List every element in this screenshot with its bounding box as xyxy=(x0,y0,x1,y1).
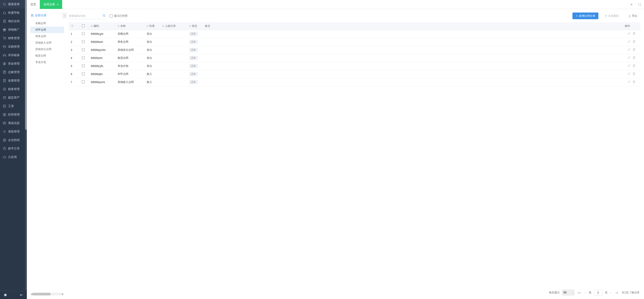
sidebar-item-8[interactable]: 总账管理 xyxy=(0,68,27,76)
asset-icon xyxy=(3,96,6,99)
row-checkbox[interactable] xyxy=(82,32,85,35)
sidebar-item-5[interactable]: 采购管理 xyxy=(0,42,27,51)
tree-item-4[interactable]: 其他支出合同 xyxy=(30,46,64,52)
sidebar-item-0[interactable]: 搜索菜单 xyxy=(0,0,27,8)
sidebar-item-7[interactable]: 资金管理 xyxy=(0,59,27,68)
row-checkbox[interactable] xyxy=(82,80,85,83)
collapse-tree-button[interactable]: « xyxy=(62,13,67,18)
sidebar-item-9[interactable]: 发票管理 xyxy=(0,76,27,85)
delete-button[interactable] xyxy=(632,40,636,44)
table-settings-header[interactable] xyxy=(68,22,80,30)
select-all-checkbox[interactable] xyxy=(82,24,85,27)
row-checkbox[interactable] xyxy=(82,72,85,75)
sidebar-item-10[interactable]: 税务管理 xyxy=(0,85,27,93)
export-button[interactable]: 导出 xyxy=(625,12,640,19)
delete-button[interactable] xyxy=(632,32,636,36)
volume-icon[interactable] xyxy=(20,293,23,297)
row-index: 4 xyxy=(68,54,80,62)
edit-button[interactable] xyxy=(628,32,630,36)
header-name[interactable]: 名称 xyxy=(116,22,144,30)
search-input[interactable] xyxy=(68,12,106,19)
tree-item-3[interactable]: 其他收入合同 xyxy=(30,39,64,46)
edit-button[interactable] xyxy=(628,64,630,68)
scroll-right-icon[interactable]: ▶ xyxy=(61,293,64,296)
sidebar-item-1[interactable]: 快捷导航 xyxy=(0,8,27,17)
tree-item-0[interactable]: 采购合同 xyxy=(30,20,64,26)
sort-icon[interactable] xyxy=(162,25,164,27)
row-checkbox[interactable] xyxy=(82,48,85,51)
sidebar-item-12[interactable]: 工资 xyxy=(0,102,27,110)
header-parent[interactable]: 上级分类 xyxy=(160,22,187,30)
next-page-button[interactable]: › xyxy=(610,291,612,294)
tree-hscroll-thumb[interactable] xyxy=(33,293,50,296)
sidebar-scrollbar[interactable] xyxy=(25,0,27,290)
edit-button[interactable] xyxy=(628,56,630,60)
sidebar-item-15[interactable]: 系统管理 xyxy=(0,127,27,136)
show-disabled-input[interactable] xyxy=(110,14,113,17)
header-code[interactable]: 编码 xyxy=(88,22,116,30)
delete-button[interactable] xyxy=(632,48,636,52)
close-icon[interactable]: × xyxy=(57,3,58,6)
cell-parent xyxy=(160,62,187,70)
sidebar-item-17[interactable]: 新手引导 xyxy=(0,144,27,153)
row-checkbox[interactable] xyxy=(82,40,85,43)
row-checkbox[interactable] xyxy=(82,64,85,67)
svg-rect-13 xyxy=(3,122,6,124)
delete-button[interactable] xyxy=(632,80,636,84)
last-page-button[interactable]: ⏭ xyxy=(615,291,620,294)
per-page-select[interactable]: 50 xyxy=(562,290,574,296)
cell-remark xyxy=(202,30,622,38)
edit-button[interactable] xyxy=(628,80,630,84)
tree-item-6[interactable]: 专业分包 xyxy=(30,59,64,65)
sort-icon[interactable] xyxy=(91,25,92,27)
status-badge: 正常 xyxy=(189,64,198,68)
delete-button[interactable] xyxy=(632,64,636,68)
sidebar-item-3[interactable]: 营销推广 xyxy=(0,25,27,34)
sidebar-item-18[interactable]: 云应用 xyxy=(0,153,27,161)
sidebar-item-2[interactable]: 项目合同 xyxy=(0,17,27,25)
svg-rect-19 xyxy=(32,14,33,15)
sidebar-item-label: 税务管理 xyxy=(8,87,20,91)
sort-icon[interactable] xyxy=(147,25,148,27)
batch-delete-button[interactable]: 批量删除 xyxy=(602,12,622,19)
fullscreen-button[interactable] xyxy=(636,1,643,8)
tree-item-1[interactable]: 对甲合同 xyxy=(30,26,64,33)
sidebar-item-11[interactable]: 固定资产 xyxy=(0,93,27,102)
edit-button[interactable] xyxy=(628,40,630,44)
header-nature[interactable]: 性质 xyxy=(144,22,160,30)
tree-item-5[interactable]: 租赁合同 xyxy=(30,52,64,59)
tab-contract-category[interactable]: 合同分类 × xyxy=(40,0,62,9)
sidebar-scroll-thumb[interactable] xyxy=(25,0,27,130)
header-remark: 备注 xyxy=(202,22,622,30)
tree-header[interactable]: 全部分类 xyxy=(30,12,64,20)
edit-button[interactable] xyxy=(628,72,630,76)
select-all-header[interactable] xyxy=(80,22,88,30)
cell-code: 99999lwht xyxy=(88,38,116,46)
delete-button[interactable] xyxy=(632,72,636,76)
add-category-button[interactable]: 新增合同分类 xyxy=(572,12,598,19)
table-row: 799999qtsrht其他收入合同收入正常 xyxy=(68,78,640,86)
sidebar-item-6[interactable]: 库存核算 xyxy=(0,51,27,59)
sidebar-item-16[interactable]: 企业协同 xyxy=(0,136,27,144)
first-page-button[interactable]: ⏮ xyxy=(577,291,582,294)
show-disabled-checkbox[interactable]: 显示已停用 xyxy=(110,14,128,18)
sort-icon[interactable] xyxy=(189,25,191,27)
tree-item-2[interactable]: 劳务合同 xyxy=(30,33,64,39)
row-index: 3 xyxy=(68,46,80,54)
sidebar-item-4[interactable]: 销售管理 xyxy=(0,34,27,42)
cell-name: 专业分包 xyxy=(116,62,144,70)
header-status[interactable]: 状态 xyxy=(187,22,202,30)
page-input[interactable] xyxy=(594,290,603,296)
sort-icon[interactable] xyxy=(118,25,120,27)
sidebar-item-13[interactable]: 经营管理 xyxy=(0,110,27,119)
row-checkbox[interactable] xyxy=(82,56,85,59)
tree-hscrollbar[interactable]: ◀ ▶ xyxy=(30,293,64,296)
delete-button[interactable] xyxy=(632,56,636,60)
search-icon[interactable] xyxy=(102,14,106,18)
settings-icon[interactable] xyxy=(4,293,7,297)
close-tabs-button[interactable] xyxy=(628,1,635,8)
edit-button[interactable] xyxy=(628,48,630,52)
tab-home[interactable]: 首页 xyxy=(27,0,40,9)
sidebar-item-14[interactable]: 基础信息 xyxy=(0,119,27,127)
prev-page-button[interactable]: ‹ xyxy=(584,291,586,294)
